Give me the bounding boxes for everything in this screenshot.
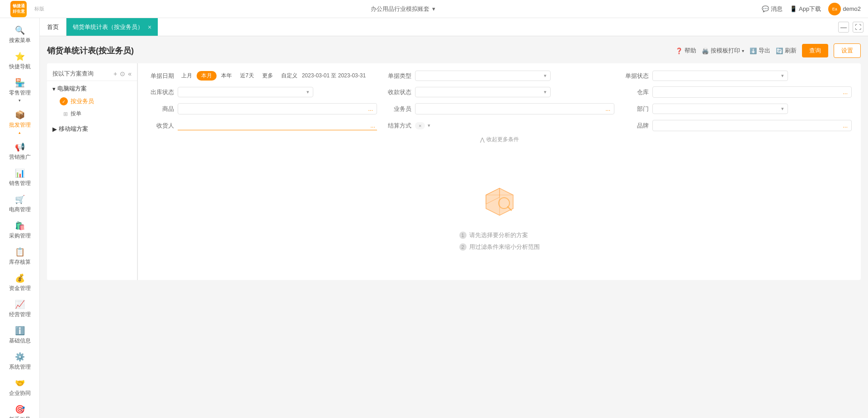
sidebar-item-ecommerce[interactable]: 🛒 电商管理 — [0, 191, 39, 217]
message-icon: 💬 — [762, 5, 769, 12]
more-date-btn[interactable]: 更多 — [259, 71, 277, 81]
add-scheme-btn[interactable]: + — [113, 70, 117, 77]
scheme-sub-item-order[interactable]: ⊞ 按单 — [47, 108, 137, 119]
filter-row-4: 收货人 ... 结算方式 × — [143, 117, 855, 134]
dept-select[interactable]: ▾ — [652, 104, 788, 114]
top-bar-right: 💬 消息 📱 App下载 Ea demo2 — [762, 3, 861, 15]
sidebar-item-nav[interactable]: ⭐ 快捷导航 — [0, 48, 39, 74]
download-icon: 📱 — [790, 5, 797, 12]
receipt-status-chevron: ▾ — [544, 89, 547, 95]
tab-active[interactable]: 销货单统计表（按业务员） × — [66, 18, 158, 36]
salesman-input[interactable]: ... — [415, 103, 614, 114]
doc-type-select[interactable]: ▾ — [415, 71, 551, 81]
page-title: 销货单统计表(按业务员) — [47, 45, 134, 56]
goods-dots[interactable]: ... — [368, 105, 373, 112]
tab-min-btn[interactable]: — — [838, 22, 849, 33]
filter-row-1: 单据日期 上月 本月 本年 近7天 更多 自定义 2023-03-01 至 20… — [143, 68, 855, 84]
sidebar-item-finance[interactable]: 💰 资金管理 — [0, 270, 39, 296]
user-avatar[interactable]: Ea demo2 — [828, 3, 861, 15]
tab-bar: 首页 销货单统计表（按业务员） × — ⛶ — [40, 18, 868, 36]
system-icon: ⚙️ — [15, 352, 25, 362]
sidebar-item-wholesale[interactable]: 📦 批发管理 ▴ — [0, 106, 39, 138]
sidebar-item-inventory[interactable]: 📋 库存核算 — [0, 243, 39, 270]
nav-icon: ⭐ — [15, 52, 25, 62]
custom-date-btn[interactable]: 自定义 — [278, 71, 301, 81]
sidebar-item-sales[interactable]: 📊 销售管理 — [0, 165, 39, 191]
receipt-status-select[interactable]: ▾ — [415, 87, 551, 97]
collapse-filters-btn[interactable]: ⋀ 收起更多条件 — [143, 136, 855, 143]
app-download-btn[interactable]: 📱 App下载 — [790, 5, 821, 13]
out-status-chevron: ▾ — [307, 89, 309, 95]
sidebar: 🔍 搜索菜单 ⭐ 快捷导航 🏪 零售管理 ▾ 📦 批发管理 ▴ 📢 营销推广 📊… — [0, 18, 40, 418]
receiver-label: 收货人 — [147, 122, 174, 130]
settlement-clear-btn[interactable]: × — [419, 123, 421, 128]
scheme-item-salesman[interactable]: ✓ 按业务员 — [47, 95, 137, 108]
receiver-input[interactable]: ... — [178, 121, 377, 130]
warehouse-input[interactable]: ... — [652, 86, 852, 98]
doc-type-cell: 单据类型 ▾ — [381, 68, 618, 84]
export-btn[interactable]: ⬇️ 导出 — [750, 47, 770, 55]
out-status-label: 出库状态 — [147, 88, 174, 96]
salesman-dots[interactable]: ... — [605, 105, 610, 112]
top-bar-left: 畅捷通好生意 标版 — [7, 1, 44, 17]
receiver-dots[interactable]: ... — [370, 122, 375, 129]
empty-tip-2: 2 用过滤条件来缩小分析范围 — [459, 241, 540, 253]
last7-btn[interactable]: 近7天 — [236, 71, 258, 81]
tab-close-btn[interactable]: × — [148, 24, 151, 31]
sidebar-item-corp[interactable]: 🤝 企业协同 — [0, 375, 39, 401]
doc-status-label: 单据状态 — [622, 72, 649, 80]
date-controls: 上月 本月 本年 近7天 更多 自定义 2023-03-01 至 2023-03… — [178, 71, 366, 81]
goods-input[interactable]: ... — [178, 103, 377, 114]
sidebar-item-guide[interactable]: 🎯 新手引导 — [0, 401, 39, 418]
settlement-controls: × ▾ — [415, 122, 614, 129]
pc-scheme-header[interactable]: ▾ 电脑端方案 — [47, 83, 137, 95]
sub-item-icon: ⊞ — [63, 111, 68, 117]
out-status-select[interactable]: ▾ — [178, 87, 313, 97]
edit-scheme-btn[interactable]: ⊙ — [120, 70, 125, 77]
collapse-panel-btn[interactable]: « — [128, 70, 132, 77]
settings-btn[interactable]: 设置 — [834, 43, 861, 58]
help-btn[interactable]: ❓ 帮助 — [675, 47, 696, 55]
settlement-chevron[interactable]: ▾ — [428, 123, 430, 128]
mobile-scheme-section: ▶ 移动端方案 — [47, 121, 137, 137]
avatar-icon: Ea — [828, 3, 841, 15]
brand-dots[interactable]: ... — [843, 122, 848, 129]
help-icon: ❓ — [675, 48, 683, 54]
sidebar-item-basic[interactable]: ℹ️ 基础信息 — [0, 322, 39, 348]
print-btn[interactable]: 🖨️ 按模板打印 ▾ — [702, 47, 744, 55]
doc-status-select[interactable]: ▾ — [652, 71, 788, 81]
this-year-btn[interactable]: 本年 — [217, 71, 236, 81]
sidebar-item-purchase[interactable]: 🛍️ 采购管理 — [0, 217, 39, 243]
app-selector[interactable]: 办公用品行业模拟账套 ▾ — [371, 5, 435, 13]
dept-cell: 部门 ▾ — [618, 100, 855, 117]
tab-home[interactable]: 首页 — [40, 18, 66, 36]
message-btn[interactable]: 💬 消息 — [762, 5, 783, 13]
basic-icon: ℹ️ — [15, 326, 25, 336]
query-btn[interactable]: 查询 — [802, 44, 828, 57]
sidebar-item-system[interactable]: ⚙️ 系统管理 — [0, 348, 39, 375]
sidebar-item-retail[interactable]: 🏪 零售管理 ▾ — [0, 74, 39, 106]
corp-icon: 🤝 — [15, 378, 25, 388]
page-actions: ❓ 帮助 🖨️ 按模板打印 ▾ ⬇️ 导出 🔄 刷新 — [675, 43, 861, 58]
goods-cell: 商品 ... — [143, 100, 381, 117]
brand-input[interactable]: ... — [652, 120, 852, 131]
last-month-btn[interactable]: 上月 — [178, 71, 196, 81]
sidebar-item-marketing[interactable]: 📢 营销推广 — [0, 138, 39, 165]
this-month-btn[interactable]: 本月 — [197, 71, 217, 81]
receipt-status-cell: 收款状态 ▾ — [381, 84, 618, 100]
wholesale-icon: 📦 — [15, 110, 25, 120]
left-panel: 按以下方案查询 + ⊙ « ▾ 电脑端方案 — [47, 63, 137, 280]
salesman-label: 业务员 — [384, 105, 411, 113]
warehouse-dots[interactable]: ... — [843, 89, 848, 95]
main-layout: 🔍 搜索菜单 ⭐ 快捷导航 🏪 零售管理 ▾ 📦 批发管理 ▴ 📢 营销推广 📊… — [0, 18, 868, 418]
settlement-cell: 结算方式 × ▾ — [381, 117, 618, 134]
tab-max-btn[interactable]: ⛶ — [853, 22, 863, 33]
refresh-btn[interactable]: 🔄 刷新 — [776, 47, 797, 55]
sidebar-item-operations[interactable]: 📈 经营管理 — [0, 296, 39, 322]
print-icon: 🖨️ — [702, 48, 709, 54]
guide-icon: 🎯 — [15, 404, 25, 414]
retail-icon: 🏪 — [15, 78, 25, 88]
sidebar-item-search[interactable]: 🔍 搜索菜单 — [0, 22, 39, 48]
brand-cell: 品牌 ... — [618, 117, 855, 134]
mobile-scheme-header[interactable]: ▶ 移动端方案 — [47, 123, 137, 135]
